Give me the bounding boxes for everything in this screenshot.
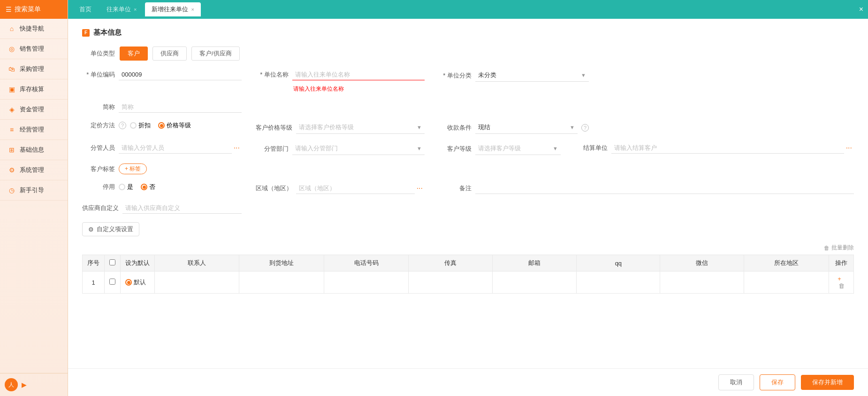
col-qq: qq (577, 255, 660, 272)
region-input[interactable] (296, 183, 415, 194)
row-wechat-input[interactable] (665, 279, 739, 286)
sidebar-item-quick-nav[interactable]: ⌂ 快捷导航 (0, 19, 68, 39)
unit-name-error: 请输入往来单位名称 (293, 85, 344, 92)
sidebar-item-label: 库存核算 (20, 85, 44, 93)
dept-label: 分管部门 (256, 145, 289, 153)
unit-category-label: * 单位分类 (439, 71, 472, 80)
manager-input-group: ··· (119, 142, 242, 154)
tab-bar-close-all[interactable]: × (859, 5, 863, 14)
dept-select[interactable]: 请输入分管部门 ▼ (292, 142, 425, 155)
select-all-checkbox[interactable] (109, 259, 115, 265)
customer-level-arrow: ▼ (553, 146, 558, 151)
row-delete-btn[interactable]: 🗑 (838, 282, 845, 289)
row-phone-input[interactable] (329, 279, 404, 286)
sidebar-item-finance[interactable]: ◈ 资金管理 (0, 100, 68, 120)
tab-new-partner[interactable]: 新增往来单位 × (145, 2, 200, 16)
main-area: 首页 往来单位 × 新增往来单位 × × F 基本信息 单位类型 客户 供应商 … (68, 0, 868, 396)
row-email[interactable] (493, 272, 577, 294)
unit-category-value: 未分类 (478, 71, 496, 79)
row-default[interactable]: 默认 (121, 272, 155, 294)
short-name-label: 简称 (82, 103, 115, 111)
row-wechat[interactable] (660, 272, 744, 294)
supplier-custom-input[interactable] (122, 202, 242, 214)
sidebar-item-inventory[interactable]: ▣ 库存核算 (0, 79, 68, 100)
form-row-tag: 客户标签 + 标签 (82, 163, 854, 174)
custom-settings-button[interactable]: ⚙ 自定义项设置 (82, 222, 139, 236)
form-group-tag: 客户标签 + 标签 (82, 163, 854, 174)
btn-supplier[interactable]: 供应商 (152, 47, 187, 61)
row-index: 1 (83, 272, 105, 294)
sidebar-item-label: 经营管理 (20, 125, 44, 134)
tab-partners[interactable]: 往来单位 × (100, 2, 143, 16)
save-new-button[interactable]: 保存并新增 (801, 375, 854, 390)
basic-info-icon: ⊞ (8, 146, 16, 154)
manager-more-btn[interactable]: ··· (232, 144, 242, 152)
sidebar-search-label: 搜索菜单 (15, 5, 41, 14)
sidebar-item-system[interactable]: ⚙ 系统管理 (0, 160, 68, 180)
short-name-input[interactable] (119, 101, 242, 113)
inventory-icon: ▣ (8, 85, 16, 93)
row-address[interactable] (239, 272, 324, 294)
row-contact-input[interactable] (160, 279, 234, 286)
remark-input[interactable] (475, 183, 854, 194)
region-more-btn[interactable]: ··· (415, 184, 425, 193)
sidebar-item-newbie[interactable]: ◷ 新手引导 (0, 180, 68, 201)
search-icon: ☰ (6, 6, 12, 13)
radio-price-level[interactable]: 价格等级 (158, 121, 191, 130)
row-checkbox[interactable] (109, 279, 115, 285)
radio-no-circle (141, 184, 147, 190)
row-email-input[interactable] (497, 279, 571, 286)
settlement-unit-input[interactable] (611, 142, 844, 154)
contact-table-section: 🗑 批量删除 序号 设为默认 联系人 到货地址 电话号码 传真 邮箱 qq (82, 244, 854, 294)
payment-terms-select[interactable]: 现结 ▼ (475, 121, 578, 134)
row-qq[interactable] (577, 272, 660, 294)
form-group-pricing-method: 定价方法 ? 折扣 价格等级 (82, 121, 242, 130)
customer-price-level-select[interactable]: 请选择客户价格等级 ▼ (296, 121, 425, 134)
tab-partners-close[interactable]: × (134, 7, 137, 12)
btn-customer[interactable]: 客户 (120, 47, 148, 61)
radio-no[interactable]: 否 (141, 183, 155, 191)
tab-new-partner-label: 新增往来单位 (152, 5, 188, 14)
form-group-dept: 分管部门 请输入分管部门 ▼ (256, 142, 425, 155)
manager-input[interactable] (119, 142, 232, 154)
save-button[interactable]: 保存 (760, 374, 795, 390)
sidebar-item-basic-info[interactable]: ⊞ 基础信息 (0, 140, 68, 160)
unit-code-input[interactable] (119, 69, 242, 80)
row-fax[interactable] (409, 272, 493, 294)
sidebar-item-sales[interactable]: ◎ 销售管理 (0, 39, 68, 59)
batch-delete-button[interactable]: 🗑 批量删除 (824, 244, 854, 252)
row-checkbox-cell (105, 272, 121, 294)
tab-new-partner-close[interactable]: × (191, 7, 194, 12)
tab-home-label: 首页 (79, 5, 91, 14)
cancel-button[interactable]: 取消 (718, 374, 754, 390)
radio-discount[interactable]: 折扣 (130, 121, 151, 130)
table-actions: 🗑 批量删除 (82, 244, 854, 252)
customer-level-select[interactable]: 请选择客户等级 ▼ (475, 142, 561, 155)
btn-both[interactable]: 客户/供应商 (191, 47, 240, 61)
pricing-method-help-icon[interactable]: ? (119, 122, 126, 129)
radio-yes[interactable]: 是 (119, 183, 133, 191)
sidebar-item-operations[interactable]: ≡ 经营管理 (0, 120, 68, 140)
radio-price-level-label: 价格等级 (167, 121, 191, 130)
payment-terms-help-icon[interactable]: ? (581, 124, 589, 132)
row-qq-input[interactable] (581, 279, 655, 286)
tab-home[interactable]: 首页 (73, 2, 98, 16)
row-contact[interactable] (155, 272, 239, 294)
unit-category-select[interactable]: 未分类 ▼ (475, 69, 589, 82)
row-address-input[interactable] (244, 279, 319, 286)
row-default-radio[interactable]: 默认 (125, 278, 150, 287)
sidebar-item-purchase[interactable]: 🛍 采购管理 (0, 59, 68, 79)
form-row-manager: 分管人员 ··· 分管部门 请输入分管部门 ▼ 客户等级 请选择客户等级 ▼ (82, 142, 854, 155)
batch-delete-label: 批量删除 (831, 244, 854, 252)
sidebar-search[interactable]: ☰ 搜索菜单 (0, 0, 68, 19)
tag-add-button[interactable]: + 标签 (119, 163, 147, 174)
col-wechat: 微信 (660, 255, 744, 272)
row-phone[interactable] (324, 272, 409, 294)
supplier-custom-label: 供应商自定义 (82, 204, 119, 212)
row-fax-input[interactable] (413, 279, 487, 286)
unit-name-input[interactable] (292, 69, 425, 80)
row-region[interactable] (744, 272, 829, 294)
row-region-input[interactable] (749, 279, 824, 286)
settlement-more-btn[interactable]: ··· (844, 144, 854, 152)
row-add-btn[interactable]: + (838, 275, 841, 282)
